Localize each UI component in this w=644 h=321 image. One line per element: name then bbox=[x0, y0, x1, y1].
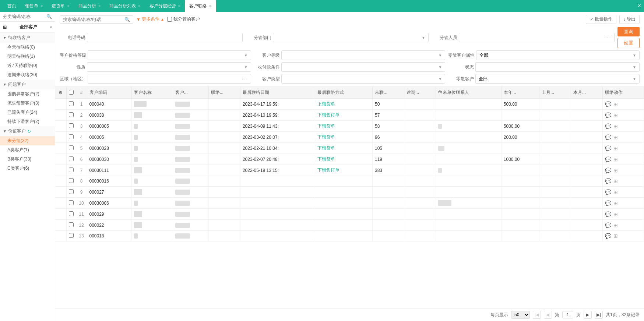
grid-action-icon[interactable]: ⊞ bbox=[613, 200, 618, 206]
row-checkbox[interactable] bbox=[69, 167, 74, 172]
col-settings[interactable]: ⚙ bbox=[55, 87, 66, 99]
status-select[interactable]: ▼ bbox=[475, 62, 640, 72]
close-sales-order-icon[interactable]: × bbox=[41, 0, 43, 12]
close-product-analysis-icon[interactable]: × bbox=[98, 0, 101, 12]
row-checkbox[interactable] bbox=[69, 178, 74, 183]
row-checkbox[interactable] bbox=[69, 233, 74, 238]
customer-type-select[interactable]: ▼ bbox=[281, 74, 446, 84]
chat-icon[interactable]: 💬 bbox=[605, 211, 611, 217]
first-page-button[interactable]: |◀ bbox=[533, 311, 541, 319]
tab-customer-segment[interactable]: 客户分层经营 × bbox=[145, 0, 185, 12]
grid-action-icon[interactable]: ⊞ bbox=[613, 222, 618, 228]
col-contact-person[interactable]: 往来单位联系人 bbox=[436, 87, 502, 99]
close-customer-contact-icon[interactable]: × bbox=[209, 0, 211, 12]
query-button[interactable]: 查询 bbox=[617, 27, 640, 36]
retail-customer-select[interactable]: 全部 ▼ bbox=[475, 74, 640, 84]
col-checkbox[interactable] bbox=[66, 87, 76, 99]
chat-icon[interactable]: 💬 bbox=[605, 178, 611, 184]
retail-attr-select[interactable]: 全部 ▼ bbox=[476, 50, 640, 60]
price-level-select[interactable]: ▼ bbox=[88, 50, 251, 60]
sidebar-item-b-class[interactable]: B类客户(33) bbox=[0, 155, 55, 164]
last-method-link[interactable]: 下销货单 bbox=[317, 134, 335, 140]
chat-icon[interactable]: 💬 bbox=[605, 101, 611, 107]
section-value-customers[interactable]: ▼ 价值客户 ↻ bbox=[0, 126, 55, 136]
dept-select[interactable]: ▼ bbox=[273, 33, 429, 42]
row-checkbox[interactable] bbox=[69, 123, 74, 128]
col-this-year[interactable]: 本年... bbox=[501, 87, 539, 99]
collapse-sidebar-icon[interactable]: « bbox=[50, 25, 52, 29]
col-unlink[interactable]: 未联... bbox=[372, 87, 404, 99]
export-button[interactable]: ↓ 导出 bbox=[619, 15, 640, 24]
col-c2[interactable]: 联络... bbox=[208, 87, 240, 99]
sidebar-item-overdue-pending[interactable]: 逾期未联络(30) bbox=[0, 70, 55, 80]
row-checkbox[interactable] bbox=[69, 145, 74, 150]
row-checkbox[interactable] bbox=[69, 211, 74, 216]
last-method-link[interactable]: 下销售订单 bbox=[317, 167, 339, 173]
col-last-month[interactable]: 上月... bbox=[539, 87, 571, 99]
next-page-button[interactable]: ▶ bbox=[584, 311, 592, 319]
last-method-link[interactable]: 下销售订单 bbox=[317, 112, 339, 117]
col-overdue[interactable]: 逾期... bbox=[404, 87, 436, 99]
grid-action-icon[interactable]: ⊞ bbox=[613, 178, 618, 184]
tab-purchase[interactable]: 进货单 × bbox=[47, 0, 74, 12]
grid-action-icon[interactable]: ⊞ bbox=[613, 101, 618, 107]
row-checkbox[interactable] bbox=[69, 112, 74, 117]
chat-icon[interactable]: 💬 bbox=[605, 222, 611, 228]
chat-icon[interactable]: 💬 bbox=[605, 145, 611, 151]
person-select[interactable]: ··· bbox=[459, 33, 615, 42]
sidebar-item-declining[interactable]: 持续下滑客户(2) bbox=[0, 117, 55, 126]
grid-action-icon[interactable]: ⊞ bbox=[613, 233, 618, 239]
col-last-date[interactable]: 最后联络日期 bbox=[240, 87, 315, 99]
row-checkbox[interactable] bbox=[69, 222, 74, 227]
sidebar-search-input[interactable] bbox=[3, 14, 46, 19]
chat-icon[interactable]: 💬 bbox=[605, 189, 611, 195]
grid-action-icon[interactable]: ⊞ bbox=[613, 189, 618, 195]
col-customer-name[interactable]: 客户名称 bbox=[132, 87, 173, 99]
filter-search-icon[interactable]: 🔍 bbox=[124, 17, 130, 22]
tab-sales-order[interactable]: 销售单 × bbox=[21, 0, 47, 12]
row-checkbox[interactable] bbox=[69, 189, 74, 194]
row-checkbox[interactable] bbox=[69, 200, 74, 205]
more-conditions-button[interactable]: ▼ 更多条件 ▲ bbox=[136, 16, 164, 22]
payment-select[interactable]: ▼ bbox=[281, 62, 446, 72]
my-customers-checkbox[interactable] bbox=[167, 17, 172, 22]
region-select[interactable]: ··· bbox=[88, 74, 251, 84]
chat-icon[interactable]: 💬 bbox=[605, 233, 611, 239]
close-customer-segment-icon[interactable]: × bbox=[178, 0, 180, 12]
sidebar-item-ungroup[interactable]: 未分组(32) bbox=[0, 136, 55, 145]
last-method-link[interactable]: 下销货单 bbox=[317, 145, 335, 151]
filter-search-input[interactable] bbox=[63, 17, 124, 22]
chat-icon[interactable]: 💬 bbox=[605, 156, 611, 162]
close-product-analysis-list-icon[interactable]: × bbox=[138, 0, 140, 12]
col-c1[interactable]: 客户... bbox=[173, 87, 208, 99]
tab-home[interactable]: 首页 bbox=[3, 0, 21, 12]
customer-level-select[interactable]: ▼ bbox=[281, 50, 446, 60]
last-method-link[interactable]: 下销货单 bbox=[317, 101, 335, 106]
reset-button[interactable]: 设置 bbox=[617, 38, 640, 48]
sidebar-search-icon[interactable]: 🔍 bbox=[46, 14, 52, 19]
grid-action-icon[interactable]: ⊞ bbox=[613, 167, 618, 173]
select-all-checkbox[interactable] bbox=[69, 90, 74, 95]
sidebar-item-abnormal[interactable]: 囤购异常客户(2) bbox=[0, 89, 55, 99]
col-customer-code[interactable]: 客户编码 bbox=[87, 87, 132, 99]
prev-page-button[interactable]: ◀ bbox=[544, 311, 552, 319]
last-method-link[interactable]: 下销货单 bbox=[317, 156, 335, 162]
tab-product-analysis-list[interactable]: 商品分析列表 × bbox=[105, 0, 145, 12]
chat-icon[interactable]: 💬 bbox=[605, 134, 611, 140]
sidebar-item-7day-pending[interactable]: 近7天待联络(0) bbox=[0, 61, 55, 70]
phone-input[interactable] bbox=[87, 33, 243, 42]
tab-customer-contact[interactable]: 客户联络 × bbox=[185, 0, 216, 12]
last-method-link[interactable]: 下销货单 bbox=[317, 123, 335, 128]
nature-select[interactable]: ▼ bbox=[87, 62, 251, 72]
row-checkbox[interactable] bbox=[69, 134, 74, 139]
section-pending-contact[interactable]: ▼ 待联络客户 bbox=[0, 33, 55, 43]
refresh-icon[interactable]: ↻ bbox=[27, 129, 31, 134]
chat-icon[interactable]: 💬 bbox=[605, 167, 611, 173]
section-problem-customers[interactable]: ▼ 问题客户 bbox=[0, 80, 55, 89]
sidebar-item-churned[interactable]: 已流失客户(24) bbox=[0, 108, 55, 117]
grid-action-icon[interactable]: ⊞ bbox=[613, 134, 618, 140]
sidebar-item-churn-warning[interactable]: 流失预警客户(3) bbox=[0, 99, 55, 108]
grid-action-icon[interactable]: ⊞ bbox=[613, 211, 618, 217]
sidebar-item-today-pending[interactable]: 今天待联络(0) bbox=[0, 43, 55, 52]
row-checkbox[interactable] bbox=[69, 156, 74, 161]
